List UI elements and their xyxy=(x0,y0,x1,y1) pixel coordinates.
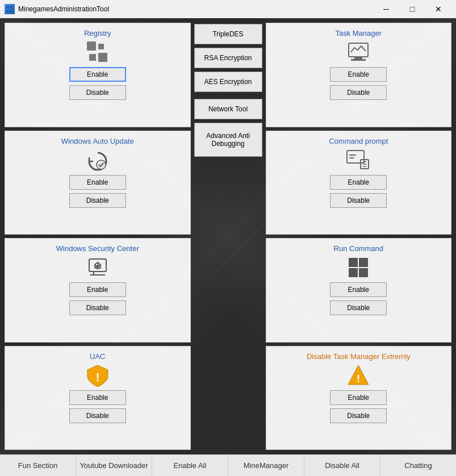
rsa-encryption-button[interactable]: RSA Encryption xyxy=(194,48,262,68)
command-prompt-panel: Command prompt Enable Disable xyxy=(266,131,452,235)
svg-rect-26 xyxy=(359,268,368,277)
tabbar: Fun Section Youtube Downloader Enable Al… xyxy=(0,454,456,476)
svg-rect-6 xyxy=(89,54,96,61)
uac-disable-button[interactable]: Disable xyxy=(69,408,126,423)
windows-security-center-enable-button[interactable]: Enable xyxy=(69,282,126,297)
app-title: MinegamesAdministrationTool xyxy=(18,5,373,13)
center-column-bot xyxy=(194,346,262,450)
windows-auto-update-title: Windows Auto Update xyxy=(61,137,134,145)
run-command-icon xyxy=(348,256,369,279)
network-tool-button[interactable]: Network Tool xyxy=(194,99,262,119)
svg-rect-5 xyxy=(98,44,104,49)
svg-rect-7 xyxy=(98,53,107,62)
chatting-tab[interactable]: Chatting xyxy=(380,455,456,476)
minimize-button[interactable]: ─ xyxy=(373,0,399,18)
svg-text:!: ! xyxy=(357,373,360,385)
uac-icon: ! xyxy=(86,364,109,387)
window-controls: ─ □ ✕ xyxy=(373,0,451,18)
registry-icon xyxy=(86,41,110,64)
registry-panel: Registry Enable Disable xyxy=(5,23,191,127)
youtube-downloader-tab[interactable]: Youtube Downloader xyxy=(76,455,152,476)
task-manager-enable-button[interactable]: Enable xyxy=(330,67,387,82)
command-prompt-disable-button[interactable]: Disable xyxy=(330,193,387,208)
registry-enable-button[interactable]: Enable xyxy=(69,67,126,82)
svg-rect-25 xyxy=(349,268,358,277)
windows-security-center-icon xyxy=(86,256,110,279)
center-column-mid xyxy=(194,238,262,343)
fun-section-tab[interactable]: Fun Section xyxy=(0,455,76,476)
aes-encryption-button[interactable]: AES Encryption xyxy=(194,72,262,92)
uac-enable-button[interactable]: Enable xyxy=(69,390,126,405)
svg-point-11 xyxy=(97,160,106,169)
task-manager-icon xyxy=(346,41,370,64)
disable-task-manager-extremly-enable-button[interactable]: Enable xyxy=(330,390,387,405)
svg-rect-24 xyxy=(359,258,368,267)
run-command-panel: Run Command Enable Disable xyxy=(266,238,452,343)
windows-auto-update-enable-button[interactable]: Enable xyxy=(69,175,126,190)
advanced-anti-debugging-button[interactable]: Advanced Anti Debugging xyxy=(194,123,262,157)
run-command-title: Run Command xyxy=(334,244,383,253)
disable-task-manager-extremly-disable-button[interactable]: Disable xyxy=(330,408,387,423)
task-manager-disable-button[interactable]: Disable xyxy=(330,85,387,100)
svg-rect-23 xyxy=(349,258,358,267)
uac-title: UAC xyxy=(90,352,105,361)
svg-rect-3 xyxy=(10,10,13,12)
svg-rect-10 xyxy=(351,59,366,61)
center-column-top: TripleDES RSA Encryption AES Encryption … xyxy=(194,23,262,235)
windows-auto-update-panel: Windows Auto Update Enable Disable xyxy=(5,131,191,235)
windows-security-center-title: Windows Security Center xyxy=(56,244,139,253)
mine-manager-tab[interactable]: MineManager xyxy=(228,455,304,476)
maximize-button[interactable]: □ xyxy=(399,0,425,18)
registry-title: Registry xyxy=(84,29,111,37)
disable-task-manager-extremly-panel: Disable Task Manager Extremly ! Enable D… xyxy=(266,346,452,450)
windows-auto-update-disable-button[interactable]: Disable xyxy=(69,193,126,208)
command-prompt-title: Command prompt xyxy=(329,137,388,145)
disable-task-manager-extremly-icon: ! xyxy=(347,364,370,387)
svg-rect-2 xyxy=(6,10,9,12)
main-content: Registry Enable Disable TripleDES RSA En… xyxy=(0,18,456,454)
svg-rect-0 xyxy=(6,6,9,9)
titlebar: MinegamesAdministrationTool ─ □ ✕ xyxy=(0,0,456,18)
command-prompt-icon xyxy=(346,149,371,172)
enable-all-tab[interactable]: Enable All xyxy=(152,455,228,476)
app-icon xyxy=(5,4,15,14)
task-manager-title: Task Manager xyxy=(335,29,382,37)
windows-auto-update-icon xyxy=(86,149,110,172)
windows-security-center-disable-button[interactable]: Disable xyxy=(69,300,126,315)
disable-task-manager-extremly-title: Disable Task Manager Extremly xyxy=(307,352,411,361)
triple-des-button[interactable]: TripleDES xyxy=(194,24,262,44)
task-manager-panel: Task Manager Enable Disable xyxy=(266,23,452,127)
svg-rect-1 xyxy=(10,6,13,9)
disable-all-tab[interactable]: Disable All xyxy=(304,455,380,476)
run-command-disable-button[interactable]: Disable xyxy=(330,300,387,315)
svg-rect-12 xyxy=(347,151,364,163)
uac-panel: UAC ! Enable Disable xyxy=(5,346,191,450)
svg-rect-4 xyxy=(87,41,96,51)
run-command-enable-button[interactable]: Enable xyxy=(330,282,387,297)
svg-text:!: ! xyxy=(95,371,99,383)
windows-security-center-panel: Windows Security Center Enable Disable xyxy=(5,238,191,343)
close-button[interactable]: ✕ xyxy=(425,0,451,18)
svg-rect-9 xyxy=(354,57,362,59)
registry-disable-button[interactable]: Disable xyxy=(69,85,126,100)
command-prompt-enable-button[interactable]: Enable xyxy=(330,175,387,190)
